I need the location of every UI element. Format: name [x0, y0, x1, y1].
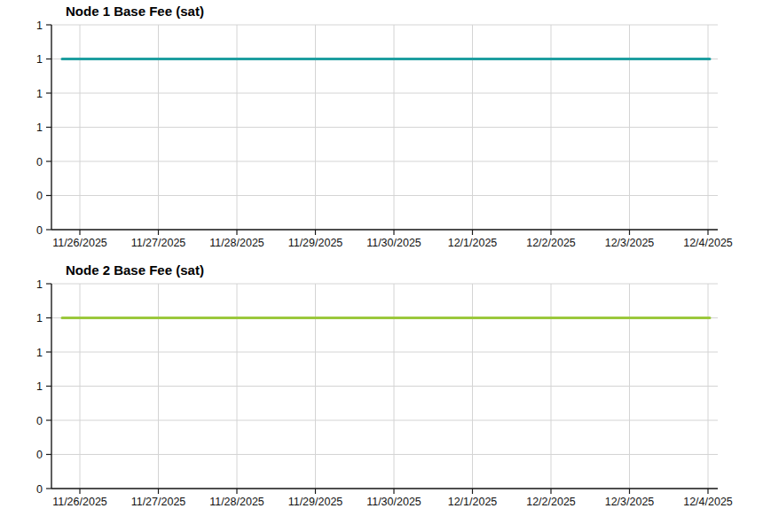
- x-tick-label: 12/2/2025: [526, 237, 576, 249]
- y-tick-label: 1: [36, 278, 43, 291]
- x-tick-label: 11/28/2025: [209, 237, 264, 249]
- y-tick-label: 1: [36, 121, 43, 134]
- x-tick-label: 12/3/2025: [605, 496, 655, 508]
- chart-canvas-node2: 111100011/26/202511/27/202511/28/202511/…: [0, 259, 763, 532]
- chart-block-node2: 111100011/26/202511/27/202511/28/202511/…: [0, 259, 763, 532]
- x-tick-label: 11/29/2025: [288, 496, 343, 508]
- y-tick-label: 0: [36, 224, 43, 237]
- x-tick-label: 11/26/2025: [52, 237, 107, 249]
- x-tick-label: 12/4/2025: [683, 237, 733, 249]
- x-tick-label: 11/30/2025: [366, 496, 421, 508]
- x-tick-label: 12/1/2025: [448, 496, 498, 508]
- x-tick-label: 12/3/2025: [605, 237, 655, 249]
- x-tick-label: 11/29/2025: [288, 237, 343, 249]
- y-tick-label: 0: [36, 190, 43, 202]
- y-tick-label: 0: [36, 483, 43, 496]
- x-tick-label: 11/26/2025: [52, 496, 107, 508]
- x-tick-label: 11/27/2025: [131, 237, 186, 249]
- x-tick-label: 11/27/2025: [131, 496, 186, 508]
- x-tick-label: 12/4/2025: [683, 496, 733, 508]
- y-tick-label: 1: [36, 88, 43, 100]
- x-tick-label: 12/1/2025: [448, 237, 498, 249]
- chart-title-node1: Node 1 Base Fee (sat): [66, 4, 204, 19]
- y-tick-label: 1: [36, 20, 43, 32]
- x-tick-label: 11/30/2025: [366, 237, 421, 249]
- chart-block-node1: 111100011/26/202511/27/202511/28/202511/…: [0, 0, 763, 259]
- x-tick-label: 12/2/2025: [526, 496, 576, 508]
- y-tick-label: 0: [36, 156, 43, 168]
- y-tick-label: 1: [36, 312, 43, 325]
- y-tick-label: 0: [36, 415, 43, 427]
- y-tick-label: 1: [36, 53, 43, 66]
- y-tick-label: 1: [36, 380, 43, 393]
- x-tick-label: 11/28/2025: [209, 496, 264, 508]
- y-tick-label: 0: [36, 449, 43, 461]
- chart-title-node2: Node 2 Base Fee (sat): [66, 262, 204, 278]
- chart-canvas-node1: 111100011/26/202511/27/202511/28/202511/…: [0, 0, 763, 259]
- base-fee-charts-page: 111100011/26/202511/27/202511/28/202511/…: [0, 0, 763, 532]
- y-tick-label: 1: [36, 347, 43, 359]
